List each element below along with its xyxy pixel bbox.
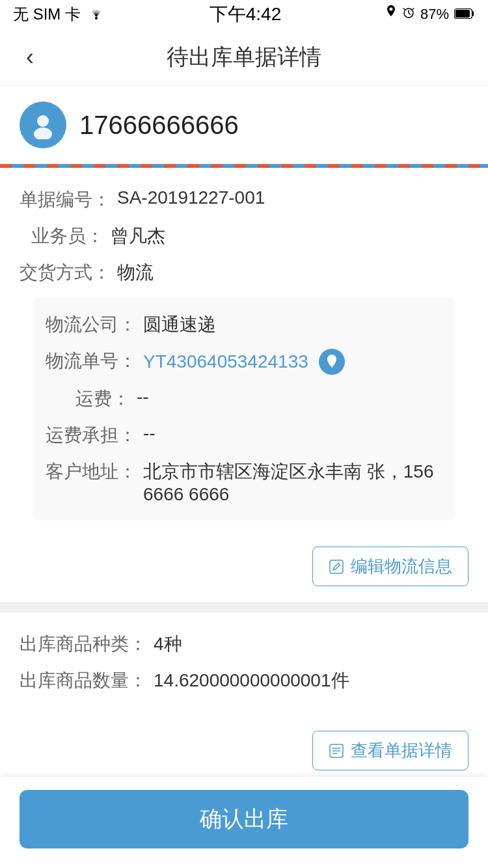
tracking-value-container: YT43064053424133 xyxy=(137,349,442,375)
page-title: 待出库单据详情 xyxy=(167,42,321,72)
logistics-company-label: 物流公司： xyxy=(46,312,137,337)
goods-section: 出库商品种类： 4种 出库商品数量： 14.620000000000001件 xyxy=(0,612,488,718)
svg-point-5 xyxy=(34,128,52,139)
freight-bear-label: 运费承担： xyxy=(46,423,137,448)
tracking-label: 物流单号： xyxy=(46,349,137,373)
address-row: 客户地址： 北京市市辖区海淀区永丰南 张，156 6666 6666 xyxy=(46,459,442,505)
list-icon xyxy=(329,743,344,759)
tracking-location-icon[interactable] xyxy=(319,349,345,375)
alarm-icon xyxy=(402,6,415,23)
view-detail-button[interactable]: 查看单据详情 xyxy=(312,731,468,770)
order-info-section: 单据编号： SA-20191227-001 业务员： 曾凡杰 交货方式： 物流 … xyxy=(0,168,488,534)
status-bar: 无 SIM 卡 下午4:42 xyxy=(0,0,488,29)
address-value: 北京市市辖区海淀区永丰南 张，156 6666 6666 xyxy=(137,459,442,505)
order-no-row: 单据编号： SA-20191227-001 xyxy=(20,187,468,212)
goods-count-label: 出库商品数量： xyxy=(20,668,147,693)
edit-logistics-button[interactable]: 编辑物流信息 xyxy=(312,547,468,586)
section-divider xyxy=(0,602,488,612)
goods-types-value: 4种 xyxy=(147,632,468,657)
svg-rect-7 xyxy=(330,560,343,573)
status-time: 下午4:42 xyxy=(210,2,282,27)
status-left: 无 SIM 卡 xyxy=(13,4,105,25)
tracking-row: 物流单号： YT43064053424133 xyxy=(46,349,442,375)
battery-text: 87% xyxy=(420,6,449,23)
edit-btn-row: 编辑物流信息 xyxy=(0,534,488,602)
freight-row: 运费： -- xyxy=(46,387,442,411)
confirm-button[interactable]: 确认出库 xyxy=(20,790,468,848)
logistics-card: 物流公司： 圆通速递 物流单号： YT43064053424133 xyxy=(33,297,455,521)
order-no-value: SA-20191227-001 xyxy=(111,187,468,208)
goods-types-row: 出库商品种类： 4种 xyxy=(20,632,468,657)
nav-bar: ‹ 待出库单据详情 xyxy=(0,29,488,86)
edit-icon xyxy=(329,559,344,575)
salesperson-value: 曾凡杰 xyxy=(104,224,468,249)
goods-count-row: 出库商品数量： 14.620000000000001件 xyxy=(20,668,468,693)
logistics-company-value: 圆通速递 xyxy=(137,312,442,337)
customer-section: 17666666666 xyxy=(0,86,488,164)
view-detail-row: 查看单据详情 xyxy=(0,718,488,786)
svg-rect-3 xyxy=(455,10,470,18)
location-status-icon xyxy=(385,5,397,23)
avatar xyxy=(20,102,66,148)
battery-icon xyxy=(454,6,475,23)
carrier-text: 无 SIM 卡 xyxy=(13,4,81,25)
freight-value: -- xyxy=(130,387,442,407)
freight-label: 运费： xyxy=(46,387,130,411)
order-no-label: 单据编号： xyxy=(20,187,111,212)
freight-bear-value: -- xyxy=(137,423,442,444)
svg-point-4 xyxy=(37,115,49,127)
customer-phone: 17666666666 xyxy=(79,111,239,140)
delivery-row: 交货方式： 物流 xyxy=(20,260,468,285)
delivery-value: 物流 xyxy=(111,260,468,285)
confirm-btn-container: 确认出库 xyxy=(0,777,488,868)
status-right: 87% xyxy=(385,5,475,23)
edit-logistics-label: 编辑物流信息 xyxy=(351,555,452,578)
logistics-company-row: 物流公司： 圆通速递 xyxy=(46,312,442,337)
salesperson-label: 业务员： xyxy=(20,224,104,249)
address-label: 客户地址： xyxy=(46,459,137,484)
svg-point-0 xyxy=(95,17,98,20)
freight-bear-row: 运费承担： -- xyxy=(46,423,442,448)
confirm-label: 确认出库 xyxy=(200,804,288,834)
view-detail-label: 查看单据详情 xyxy=(351,739,452,762)
tracking-number: YT43064053424133 xyxy=(143,351,308,372)
wifi-icon xyxy=(87,5,105,23)
delivery-label: 交货方式： xyxy=(20,260,111,285)
salesperson-row: 业务员： 曾凡杰 xyxy=(20,224,468,249)
back-button[interactable]: ‹ xyxy=(20,37,40,77)
goods-count-value: 14.620000000000001件 xyxy=(147,668,468,693)
goods-types-label: 出库商品种类： xyxy=(20,632,147,657)
